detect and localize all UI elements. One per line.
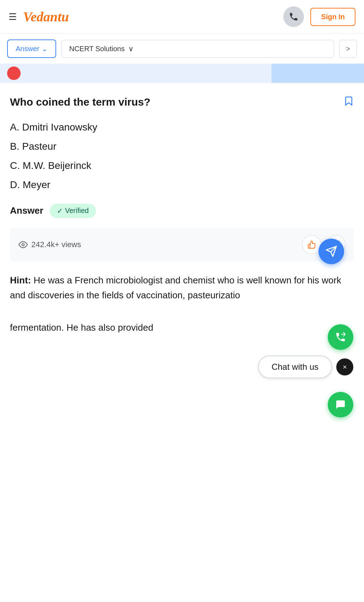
hamburger-icon[interactable]: ☰	[9, 12, 17, 21]
views-text: 242.4k+ views	[18, 240, 81, 249]
option-b: B. Pasteur	[10, 139, 354, 154]
answer-row: Answer ✓ Verified	[10, 204, 354, 218]
bottom-area	[0, 388, 364, 431]
bottom-green-fab[interactable]	[328, 392, 353, 417]
phone-icon	[289, 12, 299, 22]
hint-section: Hint: He was a French microbiologist and…	[10, 273, 354, 303]
share-fab-button[interactable]	[318, 239, 344, 264]
main-content: Who coined the term virus? A. Dmitri Iva…	[0, 83, 364, 317]
verified-check: ✓	[57, 207, 63, 215]
eye-icon	[18, 240, 28, 249]
bookmark-icon[interactable]	[343, 96, 354, 109]
phone-button[interactable]	[283, 6, 304, 27]
tab-answer[interactable]: Answer ⌄	[7, 39, 56, 58]
question-text-content: Who coined the term virus?	[10, 96, 150, 108]
option-c: C. M.W. Beijerinck	[10, 158, 354, 173]
chat-icon	[335, 399, 346, 410]
tab-answer-label: Answer	[16, 45, 39, 53]
question-text: Who coined the term virus?	[10, 94, 338, 110]
red-dot	[7, 66, 21, 80]
close-chat-button[interactable]: ×	[336, 358, 353, 375]
arrow-icon: >	[346, 45, 350, 53]
chat-with-us-button[interactable]: Chat with us	[258, 356, 332, 378]
tab-bar: Answer ⌄ NCERT Solutions ∨ >	[0, 34, 364, 64]
tab-ncert-label: NCERT Solutions	[69, 45, 125, 53]
answer-label: Answer	[10, 205, 43, 216]
sign-in-button[interactable]: Sign In	[310, 8, 355, 26]
hint-bold-label: Hint:	[10, 275, 31, 286]
tab-arrow-button[interactable]: >	[339, 40, 357, 58]
send-icon	[325, 245, 337, 257]
svg-point-0	[22, 243, 25, 246]
options-list: A. Dmitri Ivanowsky B. Pasteur C. M.W. B…	[10, 120, 354, 192]
verified-badge: ✓ Verified	[50, 204, 96, 218]
option-a: A. Dmitri Ivanowsky	[10, 120, 354, 135]
logo: Vedantu	[23, 9, 277, 25]
stats-row: 242.4k+ views	[10, 228, 354, 261]
chat-pill-container: Chat with us ×	[258, 356, 353, 378]
progress-area	[0, 64, 364, 83]
progress-bar	[272, 64, 364, 83]
call-fab-button[interactable]	[328, 324, 353, 350]
answer-chevron-icon: ⌄	[42, 44, 48, 53]
stats-area: 242.4k+ views	[10, 228, 354, 261]
thumbs-up-icon	[307, 240, 316, 249]
tab-ncert[interactable]: NCERT Solutions ∨	[61, 40, 334, 58]
ncert-chevron-icon: ∨	[128, 44, 134, 53]
question-header: Who coined the term virus?	[10, 94, 354, 110]
floating-area: fermentation. He has also provided Chat …	[0, 317, 364, 388]
fermentation-text: fermentation. He has also provided	[10, 317, 354, 335]
header: ☰ Vedantu Sign In	[0, 0, 364, 34]
hint-text: He was a French microbiologist and chemi…	[10, 275, 341, 301]
option-d: D. Meyer	[10, 177, 354, 192]
call-fab-icon	[335, 331, 346, 343]
verified-label: Verified	[65, 207, 89, 215]
